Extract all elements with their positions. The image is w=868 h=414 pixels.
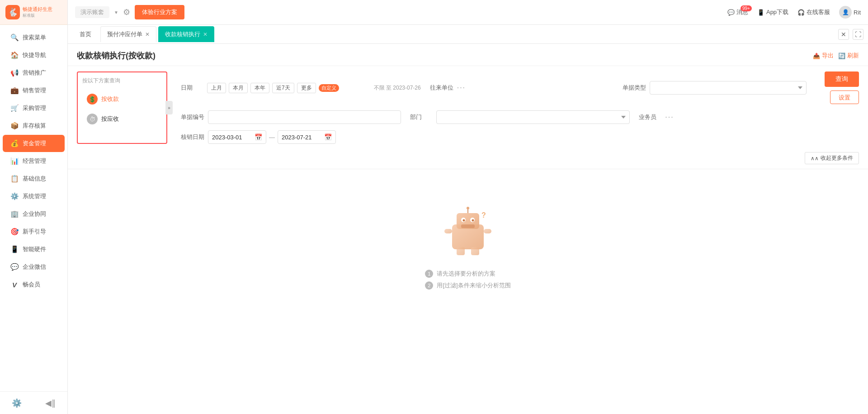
- message-action[interactable]: 💬 消息 99+: [727, 8, 748, 16]
- member-icon: V: [10, 281, 19, 289]
- sidebar-item-label: 快捷导航: [23, 51, 46, 59]
- filter-option-by-receivable[interactable]: ⏱ 按应收: [82, 110, 162, 128]
- verify-date-end-input[interactable]: 📅: [278, 130, 336, 144]
- sidebar-item-label: 经营管理: [23, 157, 46, 165]
- sidebar-item-wxwork[interactable]: 💬 企业微信: [3, 258, 65, 276]
- filter-panel-collapse-btn[interactable]: »: [165, 101, 173, 114]
- export-btn[interactable]: 📤 导出: [813, 52, 834, 60]
- tab-expand-btn[interactable]: ⛶: [853, 29, 863, 40]
- staff-select-btn[interactable]: ···: [665, 113, 674, 121]
- sidebar-item-search[interactable]: 🔍 搜索菜单: [3, 29, 65, 46]
- export-icon: 📤: [813, 52, 820, 59]
- sidebar-item-sales[interactable]: 💼 销售管理: [3, 82, 65, 99]
- filter-option-receivable-label: 按应收: [101, 115, 119, 123]
- settings-bottom-icon[interactable]: ⚙️: [12, 398, 22, 408]
- sidebar-item-label: 营销推广: [23, 69, 46, 77]
- operations-icon: 📊: [10, 157, 19, 165]
- tab-prepay[interactable]: 预付冲应付单 ✕: [100, 26, 156, 42]
- date-btn-more[interactable]: 更多: [297, 83, 316, 93]
- verify-date-end-field[interactable]: [282, 134, 322, 141]
- svg-text:?: ?: [481, 211, 486, 219]
- refresh-btn[interactable]: 🔄 刷新: [838, 52, 859, 60]
- sidebar-item-quicknav[interactable]: 🏠 快捷导航: [3, 47, 65, 64]
- company-name[interactable]: 演示账套: [75, 6, 109, 18]
- doc-type-select[interactable]: [650, 81, 807, 95]
- verify-date-start-field[interactable]: [212, 134, 253, 141]
- date-btn-this-month[interactable]: 本月: [229, 83, 248, 93]
- sidebar: 🐇 畅捷通好生意 标准版 🔍 搜索菜单 🏠 快捷导航 📢 营销推广 💼 销售管理…: [0, 0, 68, 414]
- sidebar-item-label: 企业微信: [23, 263, 46, 271]
- sidebar-item-label: 智能硬件: [23, 245, 46, 253]
- svg-rect-9: [444, 229, 452, 233]
- avatar: 👤: [839, 6, 852, 19]
- form-row-3: 核销日期 📅 — 📅: [181, 130, 859, 144]
- online-service-action[interactable]: 🎧 在线客服: [797, 8, 830, 16]
- tab-prepay-close-icon[interactable]: ✕: [145, 31, 150, 38]
- empty-tip-1: 1 请先选择要分析的方案: [425, 270, 510, 278]
- sidebar-item-inventory[interactable]: 📦 库存核算: [3, 117, 65, 134]
- export-label: 导出: [822, 52, 834, 60]
- hardware-icon: 📱: [10, 245, 19, 253]
- sidebar-item-corp[interactable]: 🏢 企业协同: [3, 205, 65, 223]
- home-icon: 🏠: [10, 51, 19, 59]
- app-download-icon: 📱: [757, 9, 764, 16]
- sidebar-item-marketing[interactable]: 📢 营销推广: [3, 64, 65, 81]
- sidebar-item-purchase[interactable]: 🛒 采购管理: [3, 100, 65, 117]
- sidebar-item-operations[interactable]: 📊 经营管理: [3, 152, 65, 170]
- dept-select[interactable]: [436, 110, 630, 124]
- logo-icon: 🐇: [5, 5, 20, 19]
- settings-btn[interactable]: 设置: [830, 90, 859, 104]
- calendar-start-icon[interactable]: 📅: [255, 133, 262, 141]
- corp-icon: 🏢: [10, 210, 19, 218]
- tab-close-btn[interactable]: ✕: [838, 29, 849, 40]
- verify-date-start-input[interactable]: 📅: [208, 130, 266, 144]
- finance-icon: 💰: [10, 139, 19, 148]
- collapse-more-btn[interactable]: ∧∧ 收起更多条件: [805, 152, 859, 164]
- counterpart-select-btn[interactable]: ···: [457, 84, 466, 92]
- calendar-end-icon[interactable]: 📅: [324, 133, 332, 141]
- online-service-label: 在线客服: [807, 8, 830, 16]
- sidebar-item-newbie[interactable]: 🎯 新手引导: [3, 223, 65, 240]
- doc-no-input[interactable]: [208, 110, 401, 124]
- tab-home[interactable]: 首页: [72, 27, 99, 42]
- header-settings-icon[interactable]: ⚙: [123, 7, 130, 17]
- tab-bar: 首页 预付冲应付单 ✕ 收款核销执行 ✕ ✕ ⛶: [68, 25, 868, 44]
- date-btn-last-month[interactable]: 上月: [207, 83, 226, 93]
- message-badge: 99+: [741, 5, 752, 11]
- tab-verify-close-icon[interactable]: ✕: [203, 31, 208, 38]
- wxwork-icon: 💬: [10, 263, 19, 271]
- sidebar-item-system[interactable]: ⚙️ 系统管理: [3, 188, 65, 205]
- sidebar-item-finance[interactable]: 💰 资金管理: [3, 135, 65, 152]
- page-header: 收款核销执行(按收款) 📤 导出 🔄 刷新: [68, 44, 868, 66]
- collapse-up-icon: ∧∧: [811, 155, 819, 162]
- dropdown-arrow-icon[interactable]: ▼: [114, 10, 118, 15]
- date-btn-7days[interactable]: 近7天: [272, 83, 294, 93]
- logo-text: 畅捷通好生意: [23, 6, 52, 12]
- industry-btn[interactable]: 体验行业方案: [135, 5, 184, 19]
- sidebar-item-basic[interactable]: 📋 基础信息: [3, 170, 65, 187]
- svg-point-5: [472, 219, 474, 222]
- sidebar-item-label: 系统管理: [23, 192, 46, 200]
- filter-panel: 按以下方案查询 💲 按收款 ⏱ 按应收 »: [77, 71, 167, 144]
- sales-icon: 💼: [10, 86, 19, 95]
- sidebar-item-label: 畅会员: [23, 281, 40, 289]
- system-icon: ⚙️: [10, 192, 19, 200]
- empty-state: ? 1 请先选择要分析的方案 2 用[过滤]条件来缩小分析范围: [68, 170, 868, 326]
- top-header: 演示账套 ▼ ⚙ 体验行业方案 💬 消息 99+ 📱 App下载 🎧 在线客服 …: [68, 0, 868, 25]
- svg-rect-12: [471, 247, 479, 255]
- doc-type-field: 单据类型: [623, 81, 807, 95]
- search-icon: 🔍: [10, 33, 19, 42]
- collapse-more-label: 收起更多条件: [821, 154, 853, 162]
- tab-verify[interactable]: 收款核销执行 ✕: [158, 26, 214, 42]
- sidebar-item-label: 新手引导: [23, 228, 46, 236]
- date-btn-this-year[interactable]: 本年: [250, 83, 269, 93]
- collapse-sidebar-icon[interactable]: ◀‖: [45, 398, 56, 408]
- app-download-action[interactable]: 📱 App下载: [757, 8, 788, 16]
- query-btn[interactable]: 查询: [825, 71, 859, 87]
- refresh-icon: 🔄: [838, 52, 845, 59]
- logo-sub: 标准版: [23, 13, 52, 19]
- user-area[interactable]: 👤 Rit: [839, 6, 861, 19]
- filter-option-by-receipt[interactable]: 💲 按收款: [82, 90, 162, 108]
- sidebar-item-hardware[interactable]: 📱 智能硬件: [3, 241, 65, 258]
- sidebar-item-member[interactable]: V 畅会员: [3, 276, 65, 293]
